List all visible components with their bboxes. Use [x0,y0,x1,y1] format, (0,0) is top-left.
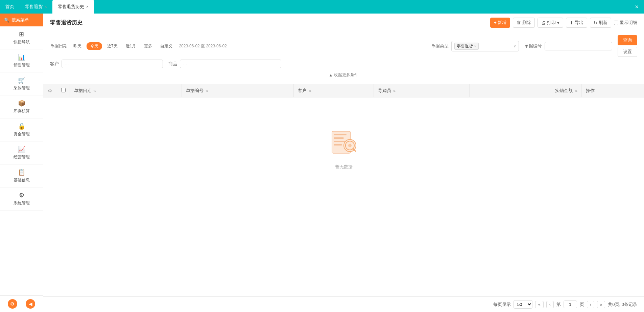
tab-home[interactable]: 首页 [0,0,20,14]
sidebar-search[interactable]: 🔍 搜索菜单 [0,14,43,26]
customer-filter-select[interactable]: … [62,60,163,68]
type-filter-select[interactable]: 零售退货 × ∨ [451,41,519,51]
th-action-label: 操作 [586,88,595,93]
customer-filter-item: 客户 … [50,60,163,68]
page-size-label: 每页显示 [493,302,511,308]
th-date-label: 单据日期 [74,88,92,93]
type-filter-item: 单据类型 零售退货 × ∨ [431,41,519,51]
sidebar-collapse-button[interactable]: ◀ [26,299,35,309]
svg-rect-4 [334,144,342,146]
toolbar: + 新增 🗑 删除 🖨 打印 ▾ ⬆ 导出 ↻ 刷新 [490,18,637,28]
sidebar-item-sales-label: 销售管理 [14,62,30,68]
date-sort-icon[interactable]: ⇅ [93,89,96,93]
content-area: 零售退货历史 + 新增 🗑 删除 🖨 打印 ▾ ⬆ 导出 ↻ [43,14,644,312]
type-dropdown-arrow: ∨ [514,44,516,48]
display-toggle[interactable]: 显示明细 [614,20,637,26]
operations-icon: 📈 [18,146,25,153]
svg-rect-1 [334,134,347,135]
date-more-btn[interactable]: 更多 [141,42,155,50]
window-close-button[interactable]: × [629,3,644,10]
refresh-label: 刷新 [599,20,607,26]
export-label: 导出 [575,20,583,26]
tab-home-label: 首页 [5,4,14,10]
next-page-button[interactable]: › [587,301,594,308]
tab-retail-return[interactable]: 零售退货 × [20,0,52,14]
select-all-checkbox[interactable] [61,88,66,92]
print-icon: 🖨 [541,20,546,25]
th-checkbox[interactable] [57,84,70,97]
th-amount: 实销金额 ⇅ [470,84,581,97]
empty-state-row: 暂无数据 [43,97,644,197]
quick-nav-icon: ⊞ [19,30,24,38]
number-filter-item: 单据编号 [524,42,612,50]
customer-sort-icon[interactable]: ⇅ [309,89,311,93]
amount-sort-icon[interactable]: ⇅ [575,89,577,93]
goods-placeholder: … [183,61,187,66]
display-detail-checkbox[interactable] [614,21,618,25]
setting-button[interactable]: 设置 [618,47,637,57]
sidebar: 🔍 搜索菜单 ⊞ 快捷导航 📊 销售管理 🛒 采购管理 📦 库存核算 🔒 资金管… [0,14,43,312]
sidebar-item-operations-label: 经营管理 [14,154,30,160]
tab-retail-return-history-close[interactable]: × [86,4,89,9]
delete-button[interactable]: 🗑 删除 [513,18,535,28]
th-settings[interactable]: ⚙ [43,84,57,97]
date-1month-btn[interactable]: 近1月 [123,42,139,50]
number-filter-label: 单据编号 [524,43,542,49]
system-icon: ⚙ [19,192,24,199]
goods-filter-select[interactable]: … [180,60,281,68]
sidebar-item-operations[interactable]: 📈 经营管理 [0,141,43,164]
empty-state: 暂无数据 [43,97,644,197]
refresh-button[interactable]: ↻ 刷新 [590,18,611,28]
add-button[interactable]: + 新增 [490,18,510,28]
date-7days-btn[interactable]: 近7天 [104,42,121,50]
page-label: 第 [556,302,561,308]
sidebar-item-finance[interactable]: 🔒 资金管理 [0,118,43,141]
th-number-label: 单据编号 [186,88,204,93]
prev-page-button[interactable]: ‹ [546,301,554,308]
query-button[interactable]: 查询 [618,35,637,45]
last-page-button[interactable]: » [597,301,605,308]
sidebar-item-basic-info-label: 基础信息 [14,177,30,183]
page-header: 零售退货历史 + 新增 🗑 删除 🖨 打印 ▾ ⬆ 导出 ↻ [43,14,644,84]
sidebar-item-purchase[interactable]: 🛒 采购管理 [0,72,43,95]
collapse-row: ▲ 收起更多条件 [50,71,637,81]
page-size-select[interactable]: 10 20 50 100 [514,300,532,309]
date-yesterday-btn[interactable]: 昨天 [70,42,85,50]
first-page-button[interactable]: « [535,301,544,308]
collapse-up-icon: ▲ [329,73,333,77]
sidebar-item-basic-info[interactable]: 📋 基础信息 [0,164,43,187]
date-custom-btn[interactable]: 自定义 [157,42,175,50]
tab-retail-return-history[interactable]: 零售退货历史 × [52,0,94,14]
sidebar-item-quick-nav-label: 快捷导航 [14,39,30,45]
empty-state-text: 暂无数据 [335,164,353,170]
sidebar-item-inventory-label: 库存核算 [14,108,30,114]
type-tag: 零售退货 × [454,43,479,50]
tab-retail-return-history-label: 零售退货历史 [58,4,84,10]
number-filter-input[interactable] [545,42,612,50]
empty-state-icon [327,125,361,158]
guide-sort-icon[interactable]: ⇅ [393,89,396,93]
tab-retail-return-close[interactable]: × [45,4,47,9]
sidebar-item-system[interactable]: ⚙ 系统管理 [0,187,43,210]
sidebar-item-quick-nav[interactable]: ⊞ 快捷导航 [0,26,43,49]
tab-retail-return-label: 零售退货 [25,4,43,10]
type-tag-close[interactable]: × [474,44,476,48]
date-today-btn[interactable]: 今天 [87,42,102,50]
table-container: ⚙ 单据日期 ⇅ 单据编号 ⇅ 客户 ⇅ [43,84,644,296]
sidebar-item-sales[interactable]: 📊 销售管理 [0,49,43,72]
sidebar-item-system-label: 系统管理 [14,200,30,206]
goods-filter-label: 商品 [168,61,177,67]
print-button[interactable]: 🖨 打印 ▾ [538,18,563,28]
collapse-button[interactable]: ▲ 收起更多条件 [329,72,359,78]
date-filter-label: 单据日期 [50,43,68,49]
inventory-icon: 📦 [18,99,25,107]
data-table: ⚙ 单据日期 ⇅ 单据编号 ⇅ 客户 ⇅ [43,84,644,197]
pagination-bar: 每页显示 10 20 50 100 « ‹ 第 页 › » 共0页, 0条记录 [43,296,644,312]
page-title-row: 零售退货历史 + 新增 🗑 删除 🖨 打印 ▾ ⬆ 导出 ↻ [50,18,637,28]
sidebar-item-inventory[interactable]: 📦 库存核算 [0,95,43,118]
number-sort-icon[interactable]: ⇅ [206,89,208,93]
export-button[interactable]: ⬆ 导出 [566,18,587,28]
th-guide-label: 导购员 [378,88,391,93]
page-number-input[interactable] [564,300,577,308]
sidebar-settings-button[interactable]: ⚙ [8,299,17,309]
